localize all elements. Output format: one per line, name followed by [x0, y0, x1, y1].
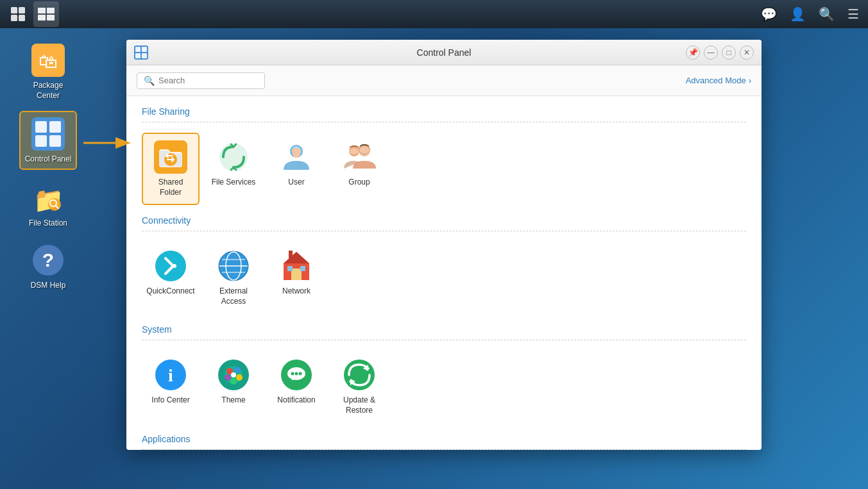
group-icon-cp: >: [343, 140, 376, 174]
svg-rect-14: [49, 135, 61, 147]
file-station-label: File Station: [29, 219, 67, 229]
window-app-icon: [134, 46, 148, 60]
info-center-label: Info Center: [151, 395, 189, 406]
section-divider-file-sharing: [142, 122, 746, 122]
group-label: Group: [348, 178, 370, 188]
svg-point-72: [299, 372, 302, 376]
taskbar-left: [5, 1, 59, 27]
svg-rect-12: [49, 121, 61, 133]
cp-icon-external-access[interactable]: External Access: [205, 242, 262, 314]
svg-rect-55: [287, 266, 293, 271]
desktop-icon-dsm-help[interactable]: ? DSM Help: [19, 238, 77, 295]
user-icon[interactable]: 👤: [786, 3, 810, 26]
search-input[interactable]: [158, 76, 258, 85]
desktop-icon-file-station[interactable]: 📁 File Station: [19, 176, 77, 233]
section-header-file-sharing: File Sharing: [142, 106, 746, 117]
svg-text:?: ?: [42, 249, 54, 270]
theme-label: Theme: [221, 395, 245, 406]
quickconnect-label: QuickConnect: [146, 286, 194, 297]
control-panel-icon: [30, 116, 66, 152]
section-header-system: System: [142, 324, 746, 335]
window-controls: 📌 — □ ✕: [686, 46, 754, 60]
cp-icon-user[interactable]: User: [268, 133, 325, 205]
notification-icon: [280, 358, 313, 392]
svg-rect-6: [38, 15, 46, 21]
update-restore-icon: [343, 358, 376, 392]
file-services-label: File Services: [212, 178, 256, 188]
svg-point-70: [291, 372, 294, 376]
search-icon-inner: 🔍: [144, 76, 155, 86]
svg-point-67: [231, 372, 236, 377]
taskbar-right: 💬 👤 🔍 ☰: [757, 3, 863, 26]
svg-rect-5: [47, 8, 55, 13]
info-center-icon: i: [154, 358, 187, 392]
selection-arrow: [83, 133, 135, 155]
section-header-connectivity: Connectivity: [142, 215, 746, 226]
window-titlebar: Control Panel 📌 — □ ✕: [126, 40, 762, 65]
desktop-icons: 🛍 Package Center Control Panel 📁: [19, 38, 77, 295]
svg-point-43: [155, 251, 186, 281]
window-toolbar: 🔍 Advanced Mode ›: [126, 65, 762, 96]
file-station-icon: 📁: [30, 180, 66, 216]
theme-icon: [217, 358, 250, 392]
svg-rect-26: [142, 47, 147, 52]
svg-point-66: [225, 374, 231, 381]
file-sharing-grid: Shared Folder File Services: [142, 133, 746, 205]
svg-point-37: [292, 148, 301, 154]
system-grid: i Info Center: [142, 351, 746, 423]
connectivity-grid: QuickConnect External Acce: [142, 242, 746, 314]
cp-icon-shared-folder[interactable]: Shared Folder: [142, 133, 200, 205]
external-access-label: External Access: [211, 286, 256, 306]
search-icon[interactable]: 🔍: [815, 3, 838, 26]
section-header-applications: Applications: [142, 434, 746, 444]
svg-marker-53: [284, 252, 309, 263]
advanced-mode-link[interactable]: Advanced Mode ›: [686, 76, 751, 85]
cp-icon-file-services[interactable]: File Services: [205, 133, 262, 205]
external-access-icon: [217, 249, 250, 283]
network-label: Network: [282, 286, 311, 297]
svg-rect-4: [38, 8, 46, 13]
cp-icon-network[interactable]: Network: [268, 242, 325, 314]
svg-rect-27: [135, 53, 140, 58]
dsm-help-icon: ?: [30, 242, 66, 278]
svg-rect-3: [19, 15, 25, 21]
chevron-right-icon: ›: [749, 76, 751, 85]
package-center-label: Package Center: [23, 81, 73, 101]
svg-text:📁: 📁: [33, 185, 64, 215]
cp-icon-quickconnect[interactable]: QuickConnect: [142, 242, 200, 314]
svg-point-65: [230, 378, 237, 385]
cp-icon-group[interactable]: > Group: [330, 133, 388, 205]
desktop-icon-control-panel[interactable]: Control Panel: [19, 111, 77, 170]
svg-rect-54: [291, 269, 302, 280]
menu-icon[interactable]: ☰: [844, 3, 863, 26]
desktop-icon-package-center[interactable]: 🛍 Package Center: [19, 38, 77, 104]
chat-icon[interactable]: 💬: [757, 3, 781, 26]
window-content: File Sharing Shared Fol: [126, 96, 762, 450]
svg-point-63: [234, 367, 241, 373]
window-close-button[interactable]: ✕: [740, 46, 754, 60]
search-box[interactable]: 🔍: [137, 72, 265, 89]
window-maximize-button[interactable]: □: [722, 46, 736, 60]
svg-point-64: [236, 374, 243, 381]
window-pin-button[interactable]: 📌: [686, 46, 700, 60]
shared-folder-icon: [154, 140, 187, 174]
quickconnect-icon: [154, 249, 187, 283]
svg-rect-7: [47, 15, 55, 21]
notification-label: Notification: [277, 395, 315, 406]
svg-rect-25: [135, 47, 140, 52]
taskbar: 💬 👤 🔍 ☰: [0, 0, 868, 28]
taskbar-control-panel-button[interactable]: [33, 1, 59, 27]
section-divider-system: [142, 340, 746, 340]
svg-rect-57: [289, 251, 293, 258]
file-services-icon: [217, 140, 250, 174]
update-restore-label: Update &Restore: [343, 395, 375, 415]
cp-icon-notification[interactable]: Notification: [268, 351, 325, 423]
cp-icon-update-restore[interactable]: Update &Restore: [330, 351, 388, 423]
svg-point-44: [173, 264, 176, 268]
taskbar-apps-button[interactable]: [5, 1, 31, 27]
cp-icon-theme[interactable]: Theme: [205, 351, 262, 423]
user-label: User: [288, 178, 304, 188]
svg-rect-2: [11, 15, 17, 21]
cp-icon-info-center[interactable]: i Info Center: [142, 351, 200, 423]
window-minimize-button[interactable]: —: [704, 46, 718, 60]
